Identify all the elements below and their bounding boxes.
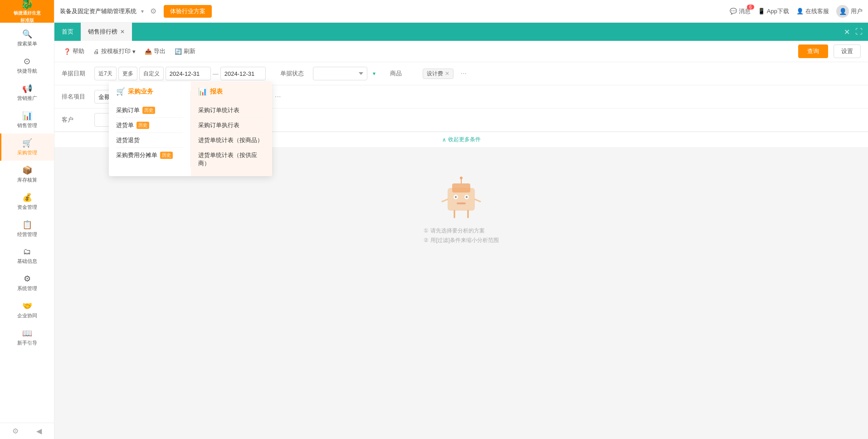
dropdown-item-report-order-exec[interactable]: 采购订单执行表 [198, 118, 265, 133]
tabbar-close-btn[interactable]: ✕ [842, 27, 852, 37]
sidebar-settings-btn[interactable]: ⚙ [12, 427, 19, 435]
basic-info-icon: 🗂 [23, 247, 31, 256]
sidebar-item-label: 采购管理 [17, 149, 37, 156]
export-icon: 📤 [145, 48, 152, 55]
purchase-expense-history-badge: 历史 [160, 152, 173, 159]
industry-btn[interactable]: 体验行业方案 [164, 5, 212, 18]
dropdown-columns: 🛒 采购业务 采购订单 历史 进货单 历史 进货退货 [109, 87, 272, 171]
logo-icon: 🐉 [21, 0, 33, 9]
settings-btn[interactable]: 设置 [834, 44, 861, 58]
purchase-icon: 🛒 [22, 138, 32, 148]
toolbar: ❓ 帮助 🖨 按模板打印 ▾ 📤 导出 🔄 刷新 查询 设 [54, 41, 868, 62]
system-dropdown-btn[interactable]: ▾ [141, 8, 144, 15]
report-col-icon: 📊 [198, 87, 207, 96]
purchase-order-label: 采购订单 [116, 106, 140, 114]
date-label: 单据日期 [62, 69, 89, 78]
inventory-icon: 📦 [22, 165, 32, 175]
goods-dots-btn[interactable]: ··· [461, 69, 467, 78]
sidebar-item-guide[interactable]: 📖 新手引导 [0, 324, 54, 351]
help-btn[interactable]: ❓ 帮助 [62, 46, 86, 56]
date-end-input[interactable] [220, 67, 266, 80]
print-btn[interactable]: 🖨 按模板打印 ▾ [92, 46, 137, 56]
sidebar-item-marketing[interactable]: 📢 营销推广 [0, 79, 54, 106]
goods-label: 商品 [390, 69, 417, 78]
dropdown-item-report-receipt-supplier[interactable]: 进货单统计表（按供应商） [198, 148, 265, 171]
tab-sales-rank[interactable]: 销售排行榜 ✕ [81, 23, 132, 41]
status-more-btn[interactable]: ▾ [373, 70, 375, 77]
svg-point-4 [455, 196, 457, 198]
date-custom-btn[interactable]: 自定义 [139, 67, 164, 80]
print-dropdown-icon[interactable]: ▾ [132, 48, 136, 55]
tab-close-icon[interactable]: ✕ [120, 29, 125, 35]
purchase-order-history-badge: 历史 [142, 107, 155, 114]
sidebar-item-label: 销售管理 [17, 122, 37, 129]
sidebar-item-sales[interactable]: 📊 销售管理 [0, 106, 54, 133]
app-download-btn[interactable]: 📱 App下载 [758, 7, 789, 15]
tab-home[interactable]: 首页 [54, 23, 81, 41]
sidebar-collapse-btn[interactable]: ◀ [36, 427, 42, 435]
sidebar-item-quick-nav[interactable]: ⊙ 快捷导航 [0, 52, 54, 79]
dropdown-menu: 🛒 采购业务 采购订单 历史 进货单 历史 进货退货 [109, 82, 272, 176]
sidebar-item-label: 资金管理 [17, 204, 37, 211]
dropdown-item-purchase-order[interactable]: 采购订单 历史 [116, 103, 183, 118]
search-icon: 🔍 [22, 29, 32, 39]
sidebar-item-label: 系统管理 [17, 285, 37, 292]
dropdown-item-report-receipt-goods[interactable]: 进货单统计表（按商品） [198, 133, 265, 148]
sidebar-item-label: 新手引导 [17, 340, 37, 346]
rank-label: 排名项目 [62, 93, 89, 101]
topbar-settings-icon[interactable]: ⚙ [150, 7, 156, 15]
sidebar-item-system[interactable]: ⚙ 系统管理 [0, 269, 54, 296]
date-start-input[interactable] [166, 67, 211, 80]
sidebar-item-search[interactable]: 🔍 搜索菜单 [0, 25, 54, 52]
svg-point-5 [466, 196, 468, 198]
refresh-btn[interactable]: 🔄 刷新 [173, 46, 197, 56]
sidebar-item-inventory[interactable]: 📦 库存核算 [0, 161, 54, 188]
customer-label: 客户 [62, 116, 89, 124]
print-icon: 🖨 [93, 48, 99, 55]
goods-tag-close[interactable]: ✕ [445, 70, 449, 77]
logo-version: 标准版 [20, 17, 34, 24]
empty-tip-1: 请先选择要分析的方案 [424, 227, 499, 235]
sidebar-footer: ⚙ ◀ [0, 423, 54, 439]
message-btn[interactable]: 💬 消息 6 [730, 7, 751, 15]
dropdown-item-purchase-return[interactable]: 进货退货 [116, 133, 183, 148]
app-download-icon: 📱 [758, 8, 765, 15]
date-more-btn[interactable]: 更多 [118, 67, 137, 80]
sidebar-item-collab[interactable]: 🤝 企业协同 [0, 296, 54, 324]
sidebar-logo: 🐉 畅捷通好生意 标准版 [0, 0, 54, 23]
salesman-dots-btn[interactable]: ··· [275, 93, 281, 101]
tabbar: 首页 销售排行榜 ✕ ✕ ⛶ [54, 23, 868, 41]
date-7d-btn[interactable]: 近7天 [94, 67, 117, 80]
sidebar-item-operations[interactable]: 📋 经营管理 [0, 215, 54, 242]
empty-tips: 请先选择要分析的方案 用[过滤]条件来缩小分析范围 [424, 227, 499, 246]
report-receipt-supplier-label: 进货单统计表（按供应商） [198, 151, 265, 168]
refresh-icon: 🔄 [175, 48, 182, 55]
online-service-icon: 👤 [796, 8, 804, 15]
dropdown-item-report-order-stat[interactable]: 采购订单统计表 [198, 103, 265, 118]
dropdown-purchase-col: 🛒 采购业务 采购订单 历史 进货单 历史 进货退货 [109, 87, 190, 171]
dropdown-report-title: 📊 报表 [198, 87, 265, 99]
tabbar-right: ✕ ⛶ [839, 23, 868, 41]
user-label: 用户 [851, 7, 863, 15]
user-btn[interactable]: 👤 用户 [836, 5, 863, 18]
online-service-btn[interactable]: 👤 在线客服 [796, 7, 829, 15]
sidebar-item-basic-info[interactable]: 🗂 基础信息 [0, 242, 54, 269]
query-btn[interactable]: 查询 [798, 44, 828, 58]
sidebar-item-label: 快捷导航 [17, 68, 37, 74]
date-range: 近7天 更多 自定义 — [94, 67, 266, 80]
dropdown-report-col: 📊 报表 采购订单统计表 采购订单执行表 进货单统计表（按商品） [191, 82, 273, 176]
dropdown-item-purchase-expense[interactable]: 采购费用分摊单 历史 [116, 148, 183, 163]
status-label: 单据状态 [280, 69, 307, 78]
sidebar-item-finance[interactable]: 💰 资金管理 [0, 188, 54, 215]
tabbar-expand-btn[interactable]: ⛶ [853, 27, 864, 37]
quick-nav-icon: ⊙ [24, 56, 30, 66]
svg-rect-1 [452, 183, 470, 192]
status-select[interactable] [313, 67, 367, 80]
report-order-stat-label: 采购订单统计表 [198, 106, 239, 114]
dropdown-item-purchase-receipt[interactable]: 进货单 历史 [116, 118, 183, 133]
purchase-col-label: 采购业务 [128, 88, 153, 96]
message-icon: 💬 [730, 8, 737, 15]
empty-tip-2: 用[过滤]条件来缩小分析范围 [424, 237, 499, 244]
export-btn[interactable]: 📤 导出 [143, 46, 167, 56]
sidebar-item-purchase[interactable]: 🛒 采购管理 [0, 133, 54, 161]
